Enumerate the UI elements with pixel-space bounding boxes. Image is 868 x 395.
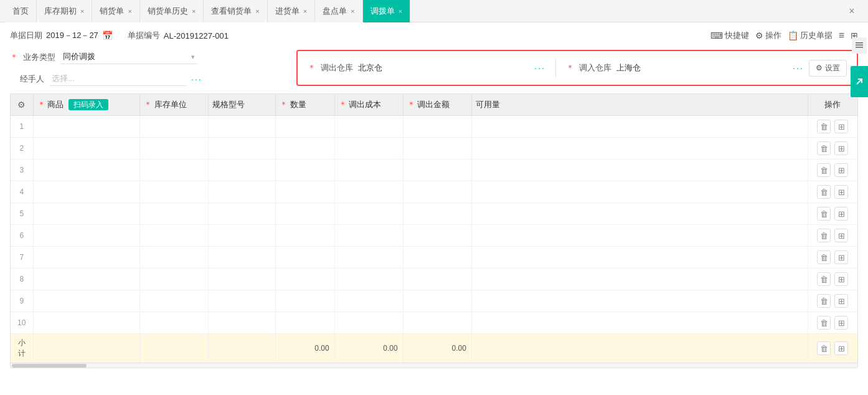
spec-cell[interactable] — [209, 138, 276, 159]
goods-cell[interactable] — [33, 247, 140, 269]
amount-cell[interactable] — [403, 138, 471, 159]
spec-cell[interactable] — [209, 116, 276, 138]
cost-cell[interactable] — [334, 138, 403, 159]
amount-cell[interactable] — [403, 290, 471, 312]
goods-cell[interactable] — [33, 269, 140, 290]
close-icon[interactable]: × — [255, 7, 259, 15]
copy-button[interactable]: ⊞ — [834, 141, 848, 155]
tab-transfer[interactable]: 调拨单 × — [363, 0, 410, 22]
qty-cell[interactable] — [276, 159, 334, 181]
available-cell[interactable] — [471, 312, 808, 334]
close-icon-active[interactable]: × — [399, 7, 402, 15]
cost-cell[interactable] — [334, 225, 403, 247]
available-cell[interactable] — [471, 203, 808, 225]
spec-cell[interactable] — [209, 181, 276, 203]
available-cell[interactable] — [471, 290, 808, 312]
spec-cell[interactable] — [209, 159, 276, 181]
copy-button[interactable]: ⊞ — [834, 120, 848, 133]
goods-cell[interactable] — [33, 116, 140, 138]
tab-view-sales[interactable]: 查看销货单 × — [204, 0, 267, 22]
delete-button[interactable]: 🗑 — [817, 341, 831, 355]
history-button[interactable]: 📋 历史单据 — [788, 30, 833, 41]
available-cell[interactable] — [471, 138, 808, 159]
qty-cell[interactable] — [276, 138, 334, 159]
sidebar-expand-button[interactable] — [851, 66, 868, 97]
amount-cell[interactable] — [403, 269, 471, 290]
tab-sales-order[interactable]: 销货单 × — [92, 0, 139, 22]
qty-cell[interactable] — [276, 290, 334, 312]
copy-button[interactable]: ⊞ — [834, 185, 848, 199]
cost-cell[interactable] — [334, 269, 403, 290]
copy-button[interactable]: ⊞ — [834, 294, 848, 308]
transfer-in-more-icon[interactable]: ··· — [793, 63, 804, 73]
goods-cell[interactable] — [33, 203, 140, 225]
copy-button[interactable]: ⊞ — [834, 341, 848, 355]
layout1-button[interactable]: ≡ — [839, 30, 844, 41]
available-cell[interactable] — [471, 225, 808, 247]
warehouse-settings-button[interactable]: ⚙ 设置 — [809, 60, 847, 77]
qty-cell[interactable]: 0.00 — [276, 334, 334, 363]
available-cell[interactable] — [471, 116, 808, 138]
cost-cell[interactable] — [334, 247, 403, 269]
cost-cell[interactable] — [334, 116, 403, 138]
cost-cell[interactable] — [334, 312, 403, 334]
amount-cell[interactable] — [403, 159, 471, 181]
goods-cell[interactable] — [33, 138, 140, 159]
unit-cell[interactable] — [140, 225, 209, 247]
tab-purchase-order[interactable]: 进货单 × — [268, 0, 315, 22]
spec-cell[interactable] — [209, 247, 276, 269]
goods-cell[interactable] — [33, 312, 140, 334]
copy-button[interactable]: ⊞ — [834, 316, 848, 330]
close-icon[interactable]: × — [192, 7, 196, 15]
unit-cell[interactable] — [140, 334, 209, 363]
handler-select[interactable]: 选择... — [49, 72, 186, 86]
copy-button[interactable]: ⊞ — [834, 272, 848, 286]
unit-cell[interactable] — [140, 138, 209, 159]
calendar-icon[interactable]: 📅 — [102, 31, 113, 40]
spec-cell[interactable] — [209, 334, 276, 363]
amount-cell[interactable] — [403, 225, 471, 247]
amount-cell[interactable] — [403, 116, 471, 138]
qty-cell[interactable] — [276, 203, 334, 225]
copy-button[interactable]: ⊞ — [834, 229, 848, 242]
qty-cell[interactable] — [276, 269, 334, 290]
transfer-out-more-icon[interactable]: ··· — [534, 63, 545, 73]
settings-column-header[interactable]: ⚙ — [11, 94, 33, 116]
available-cell[interactable] — [471, 247, 808, 269]
scroll-thumb[interactable] — [12, 364, 87, 368]
delete-button[interactable]: 🗑 — [817, 316, 831, 330]
unit-cell[interactable] — [140, 269, 209, 290]
qty-cell[interactable] — [276, 181, 334, 203]
spec-cell[interactable] — [209, 225, 276, 247]
cost-cell[interactable]: 0.00 — [334, 334, 403, 363]
close-icon[interactable]: × — [128, 7, 131, 15]
delete-button[interactable]: 🗑 — [817, 207, 831, 221]
shortcuts-button[interactable]: ⌨ 快捷键 — [710, 30, 749, 41]
available-cell[interactable] — [471, 269, 808, 290]
tab-sales-history[interactable]: 销货单历史 × — [140, 0, 204, 22]
tab-home[interactable]: 首页 — [5, 0, 37, 22]
goods-cell[interactable] — [33, 181, 140, 203]
goods-cell[interactable] — [33, 159, 140, 181]
unit-cell[interactable] — [140, 312, 209, 334]
delete-button[interactable]: 🗑 — [817, 272, 831, 286]
spec-cell[interactable] — [209, 203, 276, 225]
delete-button[interactable]: 🗑 — [817, 229, 831, 242]
unit-cell[interactable] — [140, 290, 209, 312]
unit-cell[interactable] — [140, 159, 209, 181]
scan-button[interactable]: 扫码录入 — [68, 99, 108, 110]
more-options-icon[interactable]: ··· — [191, 74, 202, 84]
copy-button[interactable]: ⊞ — [834, 163, 848, 177]
copy-button[interactable]: ⊞ — [834, 207, 848, 221]
close-icon[interactable]: × — [351, 7, 354, 15]
delete-button[interactable]: 🗑 — [817, 141, 831, 155]
sidebar-list-icon[interactable] — [852, 37, 867, 54]
delete-button[interactable]: 🗑 — [817, 163, 831, 177]
amount-cell[interactable] — [403, 203, 471, 225]
spec-cell[interactable] — [209, 290, 276, 312]
unit-cell[interactable] — [140, 203, 209, 225]
cost-cell[interactable] — [334, 203, 403, 225]
available-cell[interactable] — [471, 159, 808, 181]
spec-cell[interactable] — [209, 312, 276, 334]
qty-cell[interactable] — [276, 116, 334, 138]
